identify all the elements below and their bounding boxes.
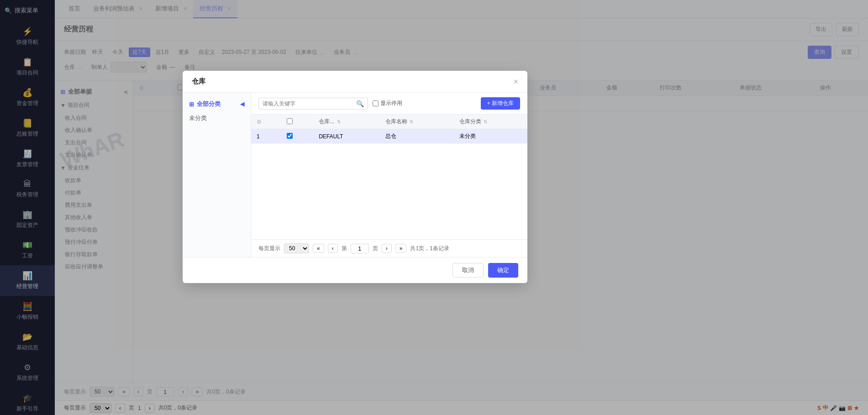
modal-toolbar: 🔍 显示停用 + 新增仓库 [251,93,527,115]
cancel-button[interactable]: 取消 [452,263,484,278]
modal-page-size-label: 每页显示 [258,245,280,252]
modal-title: 仓库 [192,77,205,86]
modal-header: 仓库 × [183,71,527,93]
row-checkbox[interactable] [287,133,293,139]
row-index: 1 [251,129,281,144]
modal-body: ⊞ 全部分类 ◀ 未分类 🔍 显示停用 + 新增仓库 [183,93,527,257]
col-code: 仓库... ⇅ [313,115,380,129]
category-item-label: 未分类 [189,115,207,121]
grid-icon-cat: ⊞ [189,101,194,108]
modal-page-label: 第 [342,245,347,252]
show-disabled-checkbox[interactable] [373,100,379,106]
modal-total-label: 共1页，1条记录 [410,245,449,252]
modal-next-btn[interactable]: › [382,244,392,253]
show-disabled-text: 显示停用 [380,100,402,107]
row-code: DEFAULT [313,129,380,144]
gear-icon-modal[interactable]: ⚙ [257,119,262,125]
add-warehouse-button[interactable]: + 新增仓库 [481,97,520,110]
category-item-unclassified[interactable]: 未分类 [183,111,251,126]
search-input[interactable] [263,100,356,107]
row-category: 未分类 [454,129,527,144]
table-row[interactable]: 1 DEFAULT 总仓 未分类 [251,129,527,144]
warehouse-modal: 仓库 × ⊞ 全部分类 ◀ 未分类 🔍 显示停用 [183,71,527,283]
modal-page-input[interactable] [351,244,369,253]
warehouse-table: ⚙ 仓库... ⇅ 仓库名称 ⇅ 仓库分类 ⇅ 1 DEFAULT 总仓 [251,115,527,144]
modal-last-btn[interactable]: » [395,244,407,253]
col-gear-modal: ⚙ [251,115,281,129]
modal-first-btn[interactable]: « [313,244,324,253]
modal-page-size-select[interactable]: 501020100 [284,243,309,253]
search-icon-btn[interactable]: 🔍 [356,100,364,107]
row-name: 总仓 [380,129,453,144]
confirm-button[interactable]: 确定 [488,263,518,278]
col-category: 仓库分类 ⇅ [454,115,527,129]
modal-prev-btn[interactable]: ‹ [328,244,338,253]
modal-footer: 取消 确定 [183,257,527,283]
col-name: 仓库名称 ⇅ [380,115,453,129]
row-checkbox-cell [281,129,313,144]
modal-pagination: 每页显示 501020100 « ‹ 第 页 › » 共1页，1条记录 [251,239,527,257]
modal-page-end-label: 页 [373,245,378,252]
collapse-icon-cat[interactable]: ◀ [240,101,244,107]
modal-close-button[interactable]: × [513,78,518,86]
modal-table-section: 🔍 显示停用 + 新增仓库 ⚙ 仓库... ⇅ 仓库名称 ⇅ [251,93,527,257]
all-categories-item[interactable]: ⊞ 全部分类 ◀ [183,97,251,111]
show-disabled-label: 显示停用 [373,100,402,107]
col-check-modal [281,115,313,129]
category-sidebar: ⊞ 全部分类 ◀ 未分类 [183,93,251,257]
search-box[interactable]: 🔍 [258,98,368,110]
all-categories-label: 全部分类 [197,100,221,108]
modal-table: ⚙ 仓库... ⇅ 仓库名称 ⇅ 仓库分类 ⇅ 1 DEFAULT 总仓 [251,115,527,239]
modal-select-all[interactable] [287,118,293,124]
